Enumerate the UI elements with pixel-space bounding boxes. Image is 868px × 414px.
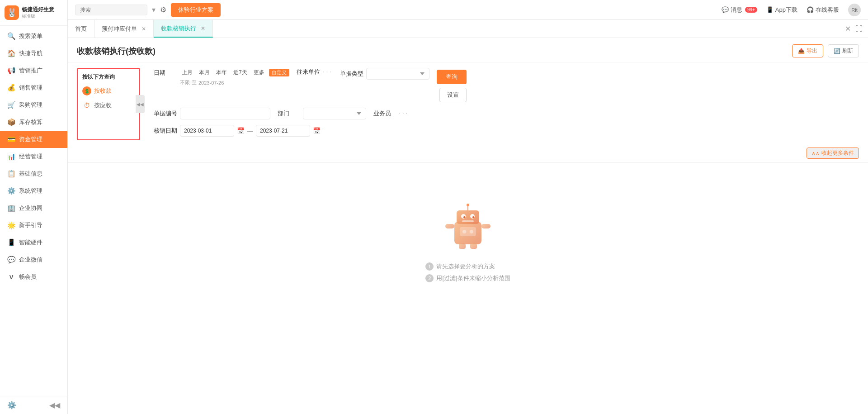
tab-prepay-close[interactable]: ✕ <box>142 26 146 32</box>
date-custom-badge[interactable]: 自定义 <box>269 69 289 76</box>
messages-item[interactable]: 💬 消息 99+ <box>722 6 757 14</box>
collapse-sidebar-icon[interactable]: ◀◀ <box>49 401 60 409</box>
tab-home[interactable]: 首页 <box>68 20 94 38</box>
date-default-val: 2023-07-26 <box>198 80 224 86</box>
sidebar-item-label: 营销推广 <box>19 67 42 75</box>
sidebar-item-finance[interactable]: 💳 资金管理 <box>0 131 67 148</box>
counterparty-ellipsis[interactable]: ··· <box>323 68 333 76</box>
svg-point-14 <box>462 230 466 233</box>
date-no-limit: 不限 <box>180 79 190 86</box>
doc-no-label: 单据编号 <box>154 109 177 118</box>
svg-rect-6 <box>445 224 454 228</box>
search-menu-icon: 🔍 <box>7 32 15 40</box>
calendar-start-icon[interactable]: 📅 <box>237 127 245 134</box>
topbar-right: 💬 消息 99+ 📱 App下载 🎧 在线客服 Rit <box>722 4 861 16</box>
sidebar-item-wechat[interactable]: 💬 企业微信 <box>0 251 67 268</box>
expand-tabs-icon[interactable]: ⛶ <box>855 25 863 33</box>
sidebar-item-label: 基础信息 <box>19 170 42 178</box>
tab-collection[interactable]: 收款核销执行 ✕ <box>154 20 213 38</box>
date-this-year[interactable]: 本年 <box>214 68 229 77</box>
query-button[interactable]: 查询 <box>437 70 467 84</box>
doc-type-select[interactable] <box>366 68 429 80</box>
search-input[interactable] <box>75 5 147 15</box>
salesperson-label: 业务员 <box>373 109 396 118</box>
sidebar-item-system[interactable]: ⚙️ 系统管理 <box>0 182 67 200</box>
sidebar-item-label: 智能硬件 <box>19 238 42 247</box>
dept-label: 部门 <box>278 109 300 118</box>
close-all-tabs-icon[interactable]: ✕ <box>845 24 851 33</box>
settings-footer-icon[interactable]: ⚙️ <box>7 401 16 409</box>
date-to-label: 至 <box>192 79 197 86</box>
date-last-month[interactable]: 上月 <box>180 68 194 77</box>
writeoff-date-end[interactable] <box>256 125 310 137</box>
sidebar-item-basic-info[interactable]: 📋 基础信息 <box>0 165 67 182</box>
sidebar-item-quick-nav[interactable]: 🏠 快捷导航 <box>0 45 67 62</box>
industry-btn[interactable]: 休验行业方案 <box>171 3 221 17</box>
collapse-more-btn[interactable]: ∧∧ 收起更多条件 <box>807 148 859 159</box>
operations-icon: 📊 <box>7 152 15 161</box>
svg-rect-8 <box>459 243 466 249</box>
sidebar-item-hardware[interactable]: 📱 智能硬件 <box>0 234 67 251</box>
writeoff-date-start[interactable] <box>180 125 234 137</box>
enterprise-icon: 🏢 <box>7 204 15 212</box>
settings-button[interactable]: 设置 <box>439 88 467 102</box>
sidebar-item-sales[interactable]: 💰 销售管理 <box>0 79 67 96</box>
gear-icon[interactable]: ⚙ <box>160 5 166 14</box>
tab-prepay[interactable]: 预付冲应付单 ✕ <box>94 20 154 38</box>
export-button[interactable]: 📤 导出 <box>792 44 823 57</box>
filter-main: 日期 上月 本月 本年 近7天 更多 自定义 <box>145 68 868 146</box>
refresh-button[interactable]: 🔄 刷新 <box>828 44 859 57</box>
by-receivable-label: 按应收 <box>94 101 112 109</box>
svg-point-3 <box>470 214 475 219</box>
app-icon: 📱 <box>766 6 774 13</box>
svg-rect-13 <box>460 227 476 236</box>
user-avatar[interactable]: Rit <box>848 4 861 16</box>
sidebar-item-operations[interactable]: 📊 经营管理 <box>0 148 67 165</box>
empty-tip-1: 1 请先选择要分析的方案 <box>425 262 510 271</box>
empty-tip-2: 2 用[过滤]条件来缩小分析范围 <box>425 274 510 282</box>
sidebar-item-search-menu[interactable]: 🔍 搜索菜单 <box>0 28 67 45</box>
home-icon: 🏠 <box>7 49 15 57</box>
sidebar-item-label: 库存核算 <box>19 118 42 126</box>
tab-home-label: 首页 <box>75 25 87 33</box>
empty-state: 1 请先选择要分析的方案 2 用[过滤]条件来缩小分析范围 <box>68 163 868 319</box>
sidebar-item-purchase[interactable]: 🛒 采购管理 <box>0 96 67 114</box>
date-more[interactable]: 更多 <box>252 68 266 77</box>
sidebar-item-member[interactable]: V 畅会员 <box>0 268 67 286</box>
sales-icon: 💰 <box>7 84 15 92</box>
content-inner: 收款核销执行(按收款) 📤 导出 🔄 刷新 按以下方查询 <box>68 38 868 414</box>
date-this-month[interactable]: 本月 <box>197 68 212 77</box>
doc-no-input[interactable] <box>180 108 270 119</box>
filter-sidebar-collapse-btn[interactable]: ◀◀ <box>136 95 145 113</box>
sidebar-item-inventory[interactable]: 📦 库存核算 <box>0 114 67 131</box>
logo-icon: 🐰 <box>5 5 19 20</box>
dept-select[interactable] <box>303 108 366 119</box>
dropdown-arrow-icon[interactable]: ▾ <box>152 5 156 14</box>
tab-collection-close[interactable]: ✕ <box>201 25 205 32</box>
svg-point-15 <box>470 230 473 233</box>
sidebar-item-label: 经营管理 <box>19 152 42 161</box>
tab-prepay-label: 预付冲应付单 <box>102 25 137 33</box>
chevron-up-icon: ∧∧ <box>811 150 820 157</box>
sidebar-item-marketing[interactable]: 📢 营销推广 <box>0 62 67 79</box>
service-item[interactable]: 🎧 在线客服 <box>807 6 839 14</box>
sidebar-item-label: 企业协同 <box>19 204 42 212</box>
counterparty-label: 往来单位 <box>297 68 320 76</box>
search-wrap <box>75 5 147 15</box>
svg-rect-9 <box>470 243 477 249</box>
app-label: App下载 <box>775 6 797 14</box>
refresh-icon: 🔄 <box>834 48 840 54</box>
svg-point-2 <box>461 214 466 219</box>
empty-illustration <box>441 199 495 253</box>
filter-sidebar: 按以下方查询 💲 按收款 ⏱ 按应收 ◀◀ <box>77 68 140 140</box>
filter-by-collection[interactable]: 💲 按收款 <box>78 84 139 98</box>
sidebar-item-label: 畅会员 <box>19 273 37 281</box>
app-download-item[interactable]: 📱 App下载 <box>766 6 797 14</box>
filter-by-receivable[interactable]: ⏱ 按应收 <box>78 98 139 113</box>
salesperson-ellipsis[interactable]: ··· <box>399 109 409 118</box>
sidebar-item-guide[interactable]: 🌟 新手引导 <box>0 217 67 234</box>
calendar-end-icon[interactable]: 📅 <box>313 127 321 134</box>
date-last-7[interactable]: 近7天 <box>231 68 249 77</box>
sidebar-item-enterprise[interactable]: 🏢 企业协同 <box>0 200 67 217</box>
sidebar-item-label: 企业微信 <box>19 256 42 264</box>
